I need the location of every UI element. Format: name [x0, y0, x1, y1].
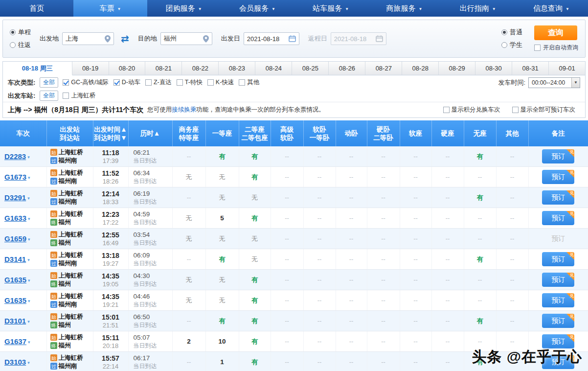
- train-number-link[interactable]: D3141: [4, 255, 26, 263]
- date-tab[interactable]: 08-20: [109, 62, 146, 75]
- train-table: 车次出发站到达站出发时间▲到达时间▼历时▲商务座特等座一等座二等座二等包座高级软…: [0, 120, 588, 371]
- date-tab[interactable]: 09-01: [549, 62, 585, 75]
- depart-date-input[interactable]: 2021-08-18: [244, 32, 299, 45]
- filter-checkbox[interactable]: D-动车: [113, 78, 140, 87]
- column-header[interactable]: 历时▲: [128, 120, 172, 146]
- seat-availability: --: [400, 311, 431, 331]
- train-cell: G1635▾: [0, 270, 46, 290]
- train-type-all-button[interactable]: 全部: [40, 77, 58, 88]
- date-tab[interactable]: 08-28: [402, 62, 439, 75]
- train-number-link[interactable]: G1659: [4, 234, 26, 243]
- one-way-radio[interactable]: 单程: [10, 28, 31, 37]
- train-number-link[interactable]: G1637: [4, 337, 26, 346]
- book-button[interactable]: 预订兑: [542, 190, 574, 205]
- book-button[interactable]: 预订兑: [542, 293, 574, 307]
- swap-cities-icon[interactable]: ⇄: [121, 34, 129, 44]
- arrive-time: 20:18: [93, 342, 128, 350]
- duration: 06:19: [134, 189, 172, 198]
- nav-item[interactable]: 车票 ▼: [73, 0, 147, 17]
- query-button[interactable]: 查询: [534, 25, 577, 40]
- date-tab[interactable]: 08-22: [182, 62, 219, 75]
- train-number-link[interactable]: G1635: [4, 276, 26, 284]
- times-cell: 15:11 20:18: [93, 331, 128, 352]
- show-all-bookable-checkbox[interactable]: 显示全部可预订车次: [512, 106, 576, 114]
- expand-train-icon[interactable]: ▾: [28, 175, 30, 180]
- expand-train-icon[interactable]: ▾: [28, 216, 30, 221]
- train-number-link[interactable]: G1635: [4, 296, 26, 304]
- filter-checkbox[interactable]: GC-高铁/城际: [63, 78, 108, 87]
- book-button[interactable]: 预订兑: [542, 252, 574, 266]
- book-button[interactable]: 预订兑: [542, 170, 574, 184]
- date-tab[interactable]: 08-29: [439, 62, 475, 75]
- depart-time-select[interactable]: 00:00--24:00 ▼: [528, 77, 580, 88]
- expand-train-icon[interactable]: ▾: [28, 340, 30, 345]
- book-button[interactable]: 预订兑: [542, 314, 574, 328]
- auto-query-checkbox[interactable]: 开启自动查询: [534, 44, 578, 52]
- book-button[interactable]: 预订兑: [542, 334, 574, 348]
- train-type-filter-row: 车次类型: 全部 GC-高铁/城际 D-动车 Z-直达 T-特快 K-快速 其他…: [3, 75, 585, 90]
- date-tab[interactable]: 08-18 周三: [3, 62, 72, 75]
- normal-passenger-radio[interactable]: 普通: [501, 28, 522, 37]
- date-tab[interactable]: 08-27: [365, 62, 402, 75]
- nav-item[interactable]: 出行指南 ▼: [441, 0, 515, 17]
- train-number-link[interactable]: D3101: [4, 317, 26, 325]
- points-exchange-badge: 兑: [569, 211, 574, 216]
- nav-item[interactable]: 信息查询 ▼: [515, 0, 588, 17]
- round-trip-radio[interactable]: 往返: [10, 41, 31, 49]
- date-tab[interactable]: 08-25: [292, 62, 329, 75]
- book-button[interactable]: 预订兑: [542, 149, 574, 163]
- station-all-button[interactable]: 全部: [40, 91, 58, 101]
- expand-train-icon[interactable]: ▾: [27, 319, 30, 324]
- nav-item[interactable]: 站车服务 ▼: [294, 0, 367, 17]
- expand-train-icon[interactable]: ▾: [27, 196, 30, 201]
- expand-train-icon[interactable]: ▾: [28, 299, 30, 303]
- expand-train-icon[interactable]: ▾: [27, 360, 30, 365]
- train-number-link[interactable]: G1673: [4, 173, 26, 181]
- date-tab[interactable]: 08-21: [145, 62, 182, 75]
- seat-availability: 无: [239, 229, 271, 249]
- book-button[interactable]: 预订兑: [542, 211, 574, 225]
- to-city-input[interactable]: 福州: [160, 32, 212, 45]
- duration: 06:34: [134, 169, 172, 178]
- from-city-input[interactable]: 上海: [62, 32, 114, 45]
- train-number-link[interactable]: D3291: [4, 193, 26, 202]
- student-passenger-radio[interactable]: 学生: [501, 41, 522, 49]
- column-header[interactable]: 出发时间▲到达时间▼: [93, 120, 128, 146]
- filter-checkbox[interactable]: 上海虹桥: [63, 92, 95, 100]
- seat-availability: --: [172, 187, 205, 208]
- expand-train-icon[interactable]: ▾: [27, 257, 30, 262]
- train-number-link[interactable]: D3103: [4, 358, 26, 366]
- nav-item[interactable]: 商旅服务 ▼: [367, 0, 441, 17]
- nav-item[interactable]: 会员服务 ▼: [221, 0, 294, 17]
- arrival-day: 当日到达: [134, 280, 172, 288]
- filter-checkbox[interactable]: K-快速: [207, 78, 234, 87]
- nav-item[interactable]: 首页: [0, 0, 73, 17]
- filter-checkbox[interactable]: Z-直达: [145, 78, 172, 87]
- expand-train-icon[interactable]: ▾: [28, 278, 30, 283]
- filter-checkbox[interactable]: T-特快: [177, 78, 203, 87]
- date-tab[interactable]: 08-31: [512, 62, 549, 75]
- seat-availability: --: [303, 352, 336, 371]
- table-row: G1635▾ 始 上海虹桥 终 福州 14:35 19:05 04:30 当日到…: [0, 270, 588, 290]
- checkbox-label: D-动车: [122, 78, 140, 87]
- return-date-input[interactable]: 2021-08-18: [331, 32, 386, 45]
- expand-train-icon[interactable]: ▾: [28, 237, 30, 242]
- transfer-link[interactable]: 接续换乘: [172, 106, 196, 113]
- date-tab[interactable]: 08-24: [255, 62, 292, 75]
- book-button[interactable]: 预订兑: [542, 273, 574, 287]
- book-button[interactable]: 预订兑: [542, 355, 574, 369]
- nav-item[interactable]: 团购服务 ▼: [147, 0, 221, 17]
- date-tab[interactable]: 08-23: [219, 62, 255, 75]
- train-number-link[interactable]: D2283: [4, 152, 26, 161]
- radio-selected-icon: [501, 29, 507, 35]
- stations-cell: 始 上海虹桥 终 福州: [46, 311, 93, 331]
- expand-train-icon[interactable]: ▾: [27, 155, 30, 160]
- end-station-tag-icon: 终: [50, 322, 57, 328]
- train-number-link[interactable]: G1633: [4, 214, 26, 222]
- stations-cell: 始 上海虹桥 终 福州: [46, 229, 93, 249]
- date-tab[interactable]: 08-26: [329, 62, 365, 75]
- date-tab[interactable]: 08-30: [475, 62, 512, 75]
- date-tab[interactable]: 08-19: [72, 62, 109, 75]
- filter-checkbox[interactable]: 其他: [239, 78, 259, 87]
- show-points-checkbox[interactable]: 显示积分兑换车次: [443, 106, 500, 114]
